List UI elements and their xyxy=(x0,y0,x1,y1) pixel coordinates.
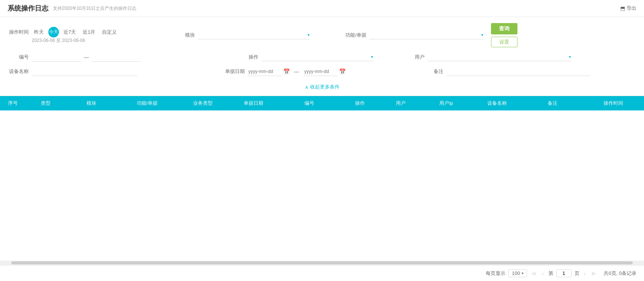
query-button[interactable]: 查询 xyxy=(491,23,517,34)
user-chevron-icon: ▾ xyxy=(569,54,571,59)
collapse-button[interactable]: ∧ 收起更多条件 xyxy=(305,84,340,90)
filter-row-2: 编号 — 操作 ▾ 用户 ▾ xyxy=(8,53,636,62)
user-select[interactable]: ▾ xyxy=(428,53,571,61)
module-label: 模块 xyxy=(174,32,195,39)
page-size-label: 每页显示 xyxy=(486,270,505,277)
calendar-end-icon[interactable]: 📅 xyxy=(339,68,346,75)
action-buttons: 查询 设置 xyxy=(491,23,517,47)
scrollbar-thumb[interactable] xyxy=(11,261,633,264)
operation-time-label: 操作时间 xyxy=(8,29,29,36)
custom-tab[interactable]: 自定义 xyxy=(100,28,119,36)
remark-input[interactable] xyxy=(446,67,590,76)
col-header-code: 编号 xyxy=(279,96,340,110)
device-name-label: 设备名称 xyxy=(8,68,29,75)
remark-group: 备注 xyxy=(422,67,603,76)
prev-page-button[interactable]: ‹ xyxy=(541,270,545,277)
pagination-bar: 每页显示 100 ▾ ⊲ ‹ 第 页 › ⊳ 共0页, 0条记录 xyxy=(0,265,644,281)
page-label: 第 xyxy=(548,270,553,277)
remark-label: 备注 xyxy=(422,68,443,75)
page-size-select[interactable]: 100 ▾ xyxy=(508,269,527,277)
device-name-input[interactable] xyxy=(32,67,137,76)
table-header-row: 序号 类型 模块 功能/单据 业务类型 单据日期 编号 操作 用户 用户ip 设… xyxy=(0,96,644,110)
calendar-start-icon[interactable]: 📅 xyxy=(283,68,290,75)
data-table: 序号 类型 模块 功能/单据 业务类型 单据日期 编号 操作 用户 用户ip 设… xyxy=(0,96,644,110)
col-header-seq: 序号 xyxy=(0,96,25,110)
operation-time-group: 操作时间 昨天 今天 近7天 近1月 自定义 2023-06-06 至 2023… xyxy=(8,27,144,44)
operation-chevron-icon: ▾ xyxy=(371,54,373,59)
module-chevron-icon: ▾ xyxy=(307,33,310,37)
operation-label: 操作 xyxy=(237,54,258,61)
collapse-label: 收起更多条件 xyxy=(310,84,340,90)
col-header-ip: 用户ip xyxy=(421,96,471,110)
settings-button[interactable]: 设置 xyxy=(491,37,517,47)
user-label: 用户 xyxy=(403,54,425,61)
export-icon: ⬒ xyxy=(620,5,625,11)
col-header-device: 设备名称 xyxy=(471,96,522,110)
voucher-date-start[interactable] xyxy=(248,67,282,76)
module-group: 模块 ▾ xyxy=(174,31,310,39)
page-header: 系统操作日志 支持2020年10月31日之后产生的操作日志 ⬒ 导出 xyxy=(0,0,644,17)
code-dash: — xyxy=(84,54,89,60)
device-name-group: 设备名称 xyxy=(8,67,188,76)
feature-select[interactable]: ▾ xyxy=(369,31,483,39)
voucher-date-label: 单据日期 xyxy=(218,68,245,75)
last7-tab[interactable]: 近7天 xyxy=(61,28,78,36)
horizontal-scrollbar[interactable] xyxy=(0,261,644,265)
code-input-start[interactable] xyxy=(32,53,81,62)
page-size-value: 100 xyxy=(512,270,520,276)
header-title-row: 系统操作日志 支持2020年10月31日之后产生的操作日志 xyxy=(8,4,136,13)
page-subtitle: 支持2020年10月31日之后产生的操作日志 xyxy=(53,5,136,12)
time-filter-top: 操作时间 昨天 今天 近7天 近1月 自定义 xyxy=(8,27,144,37)
module-select[interactable]: ▾ xyxy=(198,31,310,39)
next-page-button[interactable]: › xyxy=(582,270,587,277)
voucher-date-group: 单据日期 📅 — 📅 xyxy=(218,67,392,76)
last1m-tab[interactable]: 近1月 xyxy=(80,28,97,36)
operation-select[interactable]: ▾ xyxy=(261,53,373,61)
col-header-module: 模块 xyxy=(66,96,117,110)
time-tabs: 昨天 今天 近7天 近1月 自定义 xyxy=(32,27,119,37)
filter-area: 操作时间 昨天 今天 近7天 近1月 自定义 2023-06-06 至 2023… xyxy=(0,17,644,96)
collapse-icon: ∧ xyxy=(305,84,309,90)
table-header: 序号 类型 模块 功能/单据 业务类型 单据日期 编号 操作 用户 用户ip 设… xyxy=(0,96,644,110)
voucher-date-dash: — xyxy=(294,69,299,75)
date-range-text: 2023-06-06 至 2023-06-06 xyxy=(32,37,85,44)
filter-row-3: 设备名称 单据日期 📅 — 📅 备注 xyxy=(8,67,636,76)
feature-group: 功能/单据 ▾ xyxy=(340,31,483,39)
col-header-feature: 功能/单据 xyxy=(117,96,178,110)
today-tab[interactable]: 今天 xyxy=(48,27,59,37)
export-label: 导出 xyxy=(627,5,636,12)
feature-chevron-icon: ▾ xyxy=(481,33,483,37)
col-header-type: 类型 xyxy=(25,96,66,110)
page-number-input[interactable] xyxy=(556,269,571,277)
code-label: 编号 xyxy=(8,54,29,61)
operation-group: 操作 ▾ xyxy=(237,53,373,61)
total-text: 共0页, 0条记录 xyxy=(604,270,636,277)
col-header-user: 用户 xyxy=(380,96,421,110)
col-header-biz: 业务类型 xyxy=(178,96,228,110)
filter-row-1: 操作时间 昨天 今天 近7天 近1月 自定义 2023-06-06 至 2023… xyxy=(8,23,636,47)
first-page-button[interactable]: ⊲ xyxy=(530,270,537,277)
yesterday-tab[interactable]: 昨天 xyxy=(32,28,46,36)
col-header-date: 单据日期 xyxy=(228,96,279,110)
voucher-date-end[interactable] xyxy=(304,67,338,76)
feature-label: 功能/单据 xyxy=(340,32,366,39)
col-header-op: 操作 xyxy=(340,96,380,110)
col-header-time: 操作时间 xyxy=(583,96,644,110)
page-wrapper: 系统操作日志 支持2020年10月31日之后产生的操作日志 ⬒ 导出 操作时间 … xyxy=(0,0,644,281)
last-page-button[interactable]: ⊳ xyxy=(590,270,598,277)
page-size-arrow-icon: ▾ xyxy=(522,271,524,275)
voucher-date-wrapper: 📅 — 📅 xyxy=(248,67,392,76)
col-header-remark: 备注 xyxy=(522,96,583,110)
date-range-row: 2023-06-06 至 2023-06-06 xyxy=(8,37,144,44)
page-title: 系统操作日志 xyxy=(8,4,48,13)
table-wrapper: 序号 类型 模块 功能/单据 业务类型 单据日期 编号 操作 用户 用户ip 设… xyxy=(0,96,644,261)
page-unit: 页 xyxy=(575,270,579,277)
code-group: 编号 — xyxy=(8,53,207,62)
code-input-end[interactable] xyxy=(92,53,141,62)
user-group: 用户 ▾ xyxy=(403,53,603,61)
export-button[interactable]: ⬒ 导出 xyxy=(620,5,636,12)
collapse-row: ∧ 收起更多条件 xyxy=(8,81,636,93)
